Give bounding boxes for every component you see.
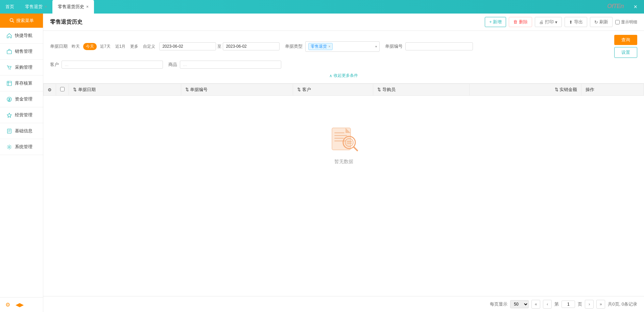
th-settings: ⚙ <box>44 84 56 96</box>
settings-button[interactable]: 设置 <box>614 47 637 58</box>
filter-doc-number-label: 单据编号 <box>385 43 403 49</box>
doc-type-tag-close[interactable]: × <box>328 45 330 48</box>
delete-button[interactable]: 🗑 删除 <box>509 17 532 27</box>
date-shortcut-more[interactable]: 更多 <box>129 43 140 50</box>
select-all-checkbox[interactable] <box>60 87 65 91</box>
refresh-icon: ↻ <box>594 20 598 25</box>
tab-home[interactable]: 首页 <box>0 0 20 14</box>
filter-doc-number: 单据编号 <box>385 42 473 50</box>
new-button[interactable]: + 新增 <box>485 17 506 27</box>
tab-home-label: 首页 <box>5 4 14 10</box>
main-layout: 搜索菜单 快捷导航 销售管理 <box>0 14 644 312</box>
sidebar-item-basic-info-label: 基础信息 <box>15 128 32 134</box>
doc-number-input[interactable] <box>405 42 473 50</box>
tab-retail-return-close[interactable]: × <box>45 4 47 9</box>
page-number-input[interactable] <box>562 300 575 308</box>
filter-row-1: 单据日期 昨天 今天 近7天 近1月 更多 自定义 至 <box>50 35 637 58</box>
table-header-row: ⚙ ⇅ 单据日期 ⇅ 单据编号 <box>44 84 644 96</box>
collapse-button[interactable]: ∧ 收起更多条件 <box>329 73 358 79</box>
page-title: 零售退货历史 <box>50 19 82 26</box>
sidebar-item-finance[interactable]: 资金管理 <box>0 91 43 107</box>
sidebar-item-quick-nav[interactable]: 快捷导航 <box>0 28 43 44</box>
svg-point-4 <box>10 69 11 69</box>
date-shortcut-custom[interactable]: 自定义 <box>142 43 157 50</box>
filter-doc-type: 单据类型 零售退货 × ▾ <box>285 41 380 52</box>
print-button[interactable]: 🖨 打印 ▾ <box>535 17 562 27</box>
data-table: ⚙ ⇅ 单据日期 ⇅ 单据编号 <box>43 84 644 96</box>
th-doc-date-sort-icon[interactable]: ⇅ <box>73 87 77 92</box>
svg-point-8 <box>8 146 10 148</box>
th-doc-number-label: 单据编号 <box>190 87 208 92</box>
sidebar-item-finance-label: 资金管理 <box>15 96 32 102</box>
doc-type-tag-text: 零售退货 <box>311 44 327 49</box>
sidebar-item-operations[interactable]: 经营管理 <box>0 107 43 123</box>
date-shortcut-7days[interactable]: 近7天 <box>99 43 112 50</box>
collapse-icon: ∧ <box>329 73 332 78</box>
sidebar-item-sales-mgmt[interactable]: 销售管理 <box>0 44 43 60</box>
svg-rect-13 <box>334 140 346 141</box>
volume-icon[interactable]: ◀▶ <box>16 302 24 308</box>
th-guide-sort-icon[interactable]: ⇅ <box>377 87 381 92</box>
date-to-input[interactable] <box>223 42 280 50</box>
sidebar-item-system-mgmt[interactable]: 系统管理 <box>0 139 43 155</box>
table-area: ⚙ ⇅ 单据日期 ⇅ 单据编号 <box>43 84 644 296</box>
sidebar-search-button[interactable]: 搜索菜单 <box>0 14 43 28</box>
query-button[interactable]: 查询 <box>614 35 637 45</box>
doc-type-select[interactable]: 零售退货 × <box>305 41 380 52</box>
prev-page-button[interactable]: ‹ <box>543 300 552 309</box>
tab-retail-return[interactable]: 零售退货 × <box>20 0 52 14</box>
th-doc-number: ⇅ 单据编号 <box>181 84 293 96</box>
th-doc-date: ⇅ 单据日期 <box>69 84 181 96</box>
tab-retail-return-history-close[interactable]: × <box>86 4 89 9</box>
print-icon: 🖨 <box>539 20 544 25</box>
refresh-button[interactable]: ↻ 刷新 <box>590 17 613 27</box>
collapse-label: 收起更多条件 <box>334 73 358 79</box>
svg-rect-11 <box>334 135 347 136</box>
display-detail-checkbox[interactable] <box>615 20 620 24</box>
th-operation: 操作 <box>581 84 644 96</box>
sidebar-item-purchase-mgmt[interactable]: 采购管理 <box>0 60 43 75</box>
tab-list: 首页 零售退货 × 零售退货历史 × <box>0 0 627 14</box>
date-shortcut-today[interactable]: 今天 <box>83 43 97 50</box>
th-doc-number-sort-icon[interactable]: ⇅ <box>185 87 189 92</box>
date-from-input[interactable] <box>159 42 216 50</box>
th-check <box>56 84 69 96</box>
refresh-label: 刷新 <box>599 19 608 25</box>
filter-customer: 客户 … <box>50 61 163 69</box>
date-shortcut-1month[interactable]: 近1月 <box>114 43 127 50</box>
settings-icon[interactable]: ⚙ <box>5 302 10 308</box>
top-bar: 首页 零售退货 × 零售退货历史 × OfTEn × <box>0 0 644 14</box>
filter-doc-type-label: 单据类型 <box>285 43 303 49</box>
first-page-button[interactable]: « <box>531 300 540 309</box>
settings-col-icon[interactable]: ⚙ <box>48 87 52 92</box>
th-actual-amount: ⇅ 实销金额 <box>469 84 581 96</box>
th-customer-label: 客户 <box>302 87 311 92</box>
basic-info-icon <box>6 128 12 134</box>
goods-input[interactable]: … <box>180 61 281 69</box>
window-close-button[interactable]: × <box>627 3 644 10</box>
filter-row-2: 客户 … 商品 … <box>50 61 637 69</box>
display-detail-checkbox-label[interactable]: 显示明细 <box>615 19 637 25</box>
svg-rect-12 <box>334 138 344 139</box>
customer-input[interactable]: … <box>62 61 163 69</box>
sidebar: 搜索菜单 快捷导航 销售管理 <box>0 14 43 312</box>
sidebar-item-inventory[interactable]: 库存核算 <box>0 75 43 91</box>
last-page-button[interactable]: » <box>596 300 605 309</box>
next-page-button[interactable]: › <box>585 300 594 309</box>
th-customer-sort-icon[interactable]: ⇅ <box>297 87 301 92</box>
tab-retail-return-history-label: 零售退货历史 <box>58 4 84 10</box>
filter-goods-label: 商品 <box>168 62 177 68</box>
sidebar-item-basic-info[interactable]: 基础信息 <box>0 123 43 139</box>
th-actual-amount-sort-icon[interactable]: ⇅ <box>555 87 558 92</box>
page-size-label: 每页显示 <box>490 301 507 307</box>
empty-illustration <box>327 123 361 153</box>
empty-area: 暂无数据 <box>43 96 644 192</box>
page-size-select[interactable]: 50 20 100 200 <box>510 300 529 308</box>
tab-retail-return-history[interactable]: 零售退货历史 × <box>52 0 94 14</box>
date-shortcut-yesterday[interactable]: 昨天 <box>70 43 81 50</box>
page-header: 零售退货历史 + 新增 🗑 删除 🖨 打印 ▾ ⬆ 导出 ↻ 刷新 <box>43 14 644 31</box>
main-content: 零售退货历史 + 新增 🗑 删除 🖨 打印 ▾ ⬆ 导出 ↻ 刷新 <box>43 14 644 312</box>
svg-rect-10 <box>334 132 344 133</box>
export-button[interactable]: ⬆ 导出 <box>565 17 587 27</box>
empty-text: 暂无数据 <box>334 159 353 165</box>
